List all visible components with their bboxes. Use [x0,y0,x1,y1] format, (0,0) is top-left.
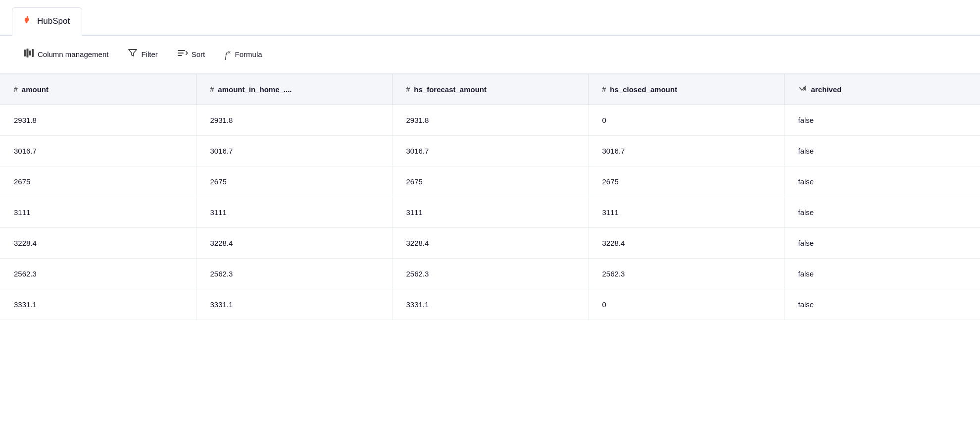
sort-icon [178,49,188,60]
table-row: 2562.32562.32562.32562.3false [0,258,980,289]
cell-archived-4: false [784,227,980,258]
svg-rect-2 [27,49,29,57]
hash-icon-amount-home: # [210,85,214,93]
filter-button[interactable]: Filter [118,45,167,64]
cell-amount_in_home-0: 2931.8 [196,105,392,135]
cell-amount_in_home-1: 3016.7 [196,135,392,166]
tab-bar: HubSpot [0,0,980,36]
col-label-closed: hs_closed_amount [610,85,677,94]
cell-amount-4: 3228.4 [0,227,196,258]
table-row: 3331.13331.13331.10false [0,289,980,320]
cell-hs_closed_amount-4: 3228.4 [588,227,784,258]
table-row: 2931.82931.82931.80false [0,105,980,135]
cell-amount-6: 3331.1 [0,289,196,320]
filter-label: Filter [141,50,157,58]
cell-hs_forecast_amount-6: 3331.1 [392,289,588,320]
cell-amount_in_home-2: 2675 [196,166,392,197]
col-label-amount: amount [22,85,49,94]
cell-hs_closed_amount-1: 3016.7 [588,135,784,166]
col-label-archived: archived [811,85,842,94]
hash-icon-closed: # [602,85,606,93]
toolbar: Column management Filter Sort f× Formula [0,36,980,74]
columns-icon [24,49,34,60]
cell-hs_closed_amount-5: 2562.3 [588,258,784,289]
table-row: 3016.73016.73016.73016.7false [0,135,980,166]
cell-archived-5: false [784,258,980,289]
cell-hs_closed_amount-3: 3111 [588,197,784,227]
cell-hs_forecast_amount-4: 3228.4 [392,227,588,258]
col-label-amount-home: amount_in_home_.... [218,85,292,94]
hubspot-tab[interactable]: HubSpot [12,7,82,36]
svg-rect-1 [24,50,26,56]
table-header-row: # amount # amount_in_home_.... # hs_fore… [0,74,980,105]
formula-icon: f× [225,49,231,60]
cell-amount_in_home-3: 3111 [196,197,392,227]
cell-hs_closed_amount-0: 0 [588,105,784,135]
cell-hs_forecast_amount-1: 3016.7 [392,135,588,166]
filter-icon [128,49,137,60]
cell-archived-3: false [784,197,980,227]
cell-hs_forecast_amount-2: 2675 [392,166,588,197]
tab-label: HubSpot [37,16,70,26]
data-table: # amount # amount_in_home_.... # hs_fore… [0,74,980,320]
svg-rect-3 [29,51,31,55]
svg-rect-4 [32,49,34,57]
column-management-button[interactable]: Column management [14,45,118,64]
cell-amount_in_home-5: 2562.3 [196,258,392,289]
col-header-closed[interactable]: # hs_closed_amount [588,74,784,105]
cell-amount-0: 2931.8 [0,105,196,135]
sort-label: Sort [192,50,205,58]
table-row: 2675267526752675false [0,166,980,197]
cell-archived-1: false [784,135,980,166]
col-label-forecast: hs_forecast_amount [414,85,487,94]
hubspot-logo-icon [20,14,32,29]
formula-label: Formula [235,50,262,58]
cell-hs_closed_amount-6: 0 [588,289,784,320]
boolean-icon-archived [798,85,807,93]
table-row: 3111311131113111false [0,197,980,227]
cell-amount-3: 3111 [0,197,196,227]
table-body: 2931.82931.82931.80false3016.73016.73016… [0,105,980,320]
cell-hs_forecast_amount-5: 2562.3 [392,258,588,289]
cell-archived-6: false [784,289,980,320]
formula-button[interactable]: f× Formula [215,45,272,64]
col-header-archived[interactable]: archived [784,74,980,105]
hash-icon-forecast: # [406,85,410,93]
svg-point-0 [26,19,29,21]
column-management-label: Column management [38,50,108,58]
cell-amount_in_home-4: 3228.4 [196,227,392,258]
cell-amount-5: 2562.3 [0,258,196,289]
cell-amount_in_home-6: 3331.1 [196,289,392,320]
data-table-container: # amount # amount_in_home_.... # hs_fore… [0,74,980,320]
cell-amount-1: 3016.7 [0,135,196,166]
table-row: 3228.43228.43228.43228.4false [0,227,980,258]
col-header-amount-home[interactable]: # amount_in_home_.... [196,74,392,105]
cell-archived-2: false [784,166,980,197]
col-header-amount[interactable]: # amount [0,74,196,105]
cell-hs_forecast_amount-3: 3111 [392,197,588,227]
cell-hs_forecast_amount-0: 2931.8 [392,105,588,135]
col-header-forecast[interactable]: # hs_forecast_amount [392,74,588,105]
cell-hs_closed_amount-2: 2675 [588,166,784,197]
hash-icon-amount: # [14,85,18,93]
cell-archived-0: false [784,105,980,135]
sort-button[interactable]: Sort [168,45,215,64]
cell-amount-2: 2675 [0,166,196,197]
